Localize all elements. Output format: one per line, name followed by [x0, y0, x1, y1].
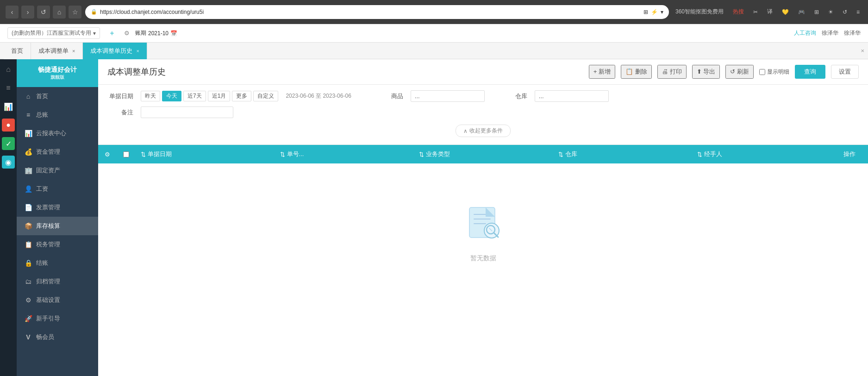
display-col-checkbox[interactable]: 显示明细 [759, 68, 789, 76]
sidebar-item-settings[interactable]: ⚙ 基础设置 [17, 291, 98, 309]
warehouse-select[interactable]: ... [535, 90, 609, 102]
grid-icon: ⊞ [812, 8, 822, 16]
sidebar-item-guide[interactable]: 🚀 新手引导 [17, 309, 98, 328]
th-date[interactable]: ⇅ 单据日期 [135, 150, 275, 158]
print-button[interactable]: 🖨 打印 [657, 65, 687, 79]
page-actions: + 新增 📋 删除 🖨 打印 ⬆ 导出 ↺ 刷新 显示明细 [589, 65, 859, 79]
sidebar-inventory-label: 库存核算 [36, 222, 60, 230]
tab-cost-adjust[interactable]: 成本调整单 × [31, 43, 83, 59]
filter-area: 单据日期 昨天 今天 近7天 近1月 更多 自定义 2023-06-06 至 2… [98, 85, 868, 145]
remark-input[interactable] [141, 107, 233, 118]
company-name: (勿删勿禁用）江西服宝测试专用 [12, 29, 91, 37]
tab-cost-adjust-history[interactable]: 成本调整单历史 × [83, 43, 147, 59]
user-menu[interactable]: 徐泽华 [822, 29, 838, 37]
empty-text: 暂无数据 [470, 254, 496, 263]
period-label: 账期 [135, 29, 146, 37]
new-button[interactable]: + 新增 [589, 65, 616, 79]
funds-icon: 💰 [24, 148, 32, 156]
search-label: 360智能抠图免费用 [673, 7, 726, 17]
th-checkbox[interactable] [117, 151, 135, 157]
sidebar-guide-label: 新手引导 [36, 314, 60, 323]
sidebar-item-payroll[interactable]: 👤 工资 [17, 180, 98, 198]
collapse-up-icon: ∧ [463, 128, 468, 134]
th-number[interactable]: ⇅ 单号... [275, 150, 414, 158]
left-icon-active[interactable]: ● [2, 119, 15, 132]
apps-icon: ⊞ [643, 9, 648, 15]
date-today[interactable]: 今天 [162, 91, 181, 101]
left-icon-blue[interactable]: ◉ [2, 156, 15, 169]
th-number-label: 单号... [287, 150, 304, 158]
filter-row-date: 单据日期 昨天 今天 近7天 近1月 更多 自定义 2023-06-06 至 2… [107, 90, 859, 102]
home-button[interactable]: ⌂ [53, 6, 66, 19]
print-label: 🖨 打印 [662, 68, 682, 76]
tab-home[interactable]: 首页 [4, 43, 31, 59]
sidebar-item-tax[interactable]: 📋 税务管理 [17, 235, 98, 254]
collapse-button[interactable]: ∧ 收起更多条件 [456, 125, 511, 137]
browser-right-tools: 360智能抠图免费用 热搜 ✂ 译 💛 🎮 ⊞ ☀ ↺ ≡ [673, 7, 862, 17]
sidebar-item-reports[interactable]: 📊 云报表中心 [17, 124, 98, 143]
back-button[interactable]: ‹ [6, 6, 19, 19]
logo-sub: 旗舰版 [50, 74, 64, 81]
setting-button[interactable]: 设置 [831, 65, 859, 79]
sidebar-item-funds[interactable]: 💰 资金管理 [17, 143, 98, 161]
th-number-sort-icon: ⇅ [280, 151, 285, 158]
sidebar-item-general-ledger[interactable]: ≡ 总账 [17, 106, 98, 124]
settings-col-icon: ⚙ [105, 151, 110, 158]
tab-cost-adjust-history-label: 成本调整单历史 [90, 47, 132, 55]
tab-cost-adjust-history-close[interactable]: × [136, 48, 139, 54]
date-yesterday[interactable]: 昨天 [141, 91, 160, 101]
tab-close-all[interactable]: × [861, 47, 868, 54]
warehouse-filter-label: 仓库 [501, 92, 527, 100]
left-icon-chart[interactable]: 📊 [2, 100, 15, 113]
query-label: 查询 [804, 68, 816, 75]
left-icon-green[interactable]: ✓ [2, 137, 15, 150]
select-all-checkbox[interactable] [123, 151, 129, 157]
forward-button[interactable]: › [21, 6, 34, 19]
setting-label: 设置 [839, 68, 851, 75]
product-select[interactable]: ... [411, 90, 485, 102]
th-action: 操作 [831, 150, 868, 158]
inventory-icon: 📦 [24, 222, 32, 230]
export-button[interactable]: ⬆ 导出 [692, 65, 720, 79]
sidebar-item-inventory[interactable]: 📦 库存核算 [17, 217, 98, 235]
display-col-label: 显示明细 [767, 68, 789, 76]
tab-cost-adjust-close[interactable]: × [72, 48, 75, 54]
invoice-icon: 📄 [24, 204, 32, 211]
table-header: ⚙ ⇅ 单据日期 ⇅ 单号... ⇅ 业务类型 ⇅ [98, 145, 868, 163]
th-biztype-label: 业务类型 [426, 150, 450, 158]
export-label: ⬆ 导出 [697, 68, 716, 76]
sidebar-item-close-period[interactable]: 🔒 结账 [17, 254, 98, 272]
sidebar-item-invoice[interactable]: 📄 发票管理 [17, 198, 98, 217]
query-button[interactable]: 查询 [795, 65, 825, 79]
company-selector[interactable]: (勿删勿禁用）江西服宝测试专用 ▾ [7, 27, 100, 39]
add-company-button[interactable]: + [106, 27, 119, 40]
left-icon-1[interactable]: ≡ [2, 81, 15, 94]
sidebar-tax-label: 税务管理 [36, 240, 60, 249]
th-biz-type[interactable]: ⇅ 业务类型 [413, 150, 553, 158]
undo-icon: ↺ [840, 8, 850, 16]
th-warehouse[interactable]: ⇅ 仓库 [553, 150, 692, 158]
sidebar-item-fixed-assets[interactable]: 🏢 固定资产 [17, 161, 98, 180]
th-date-sort-icon: ⇅ [141, 151, 146, 158]
left-icon-home[interactable]: ⌂ [2, 63, 15, 76]
sidebar-item-home[interactable]: ⌂ 首页 [17, 87, 98, 106]
guide-icon: 🚀 [24, 315, 32, 322]
date-more[interactable]: 更多 [232, 91, 251, 101]
refresh-button[interactable]: ↺ [37, 6, 50, 19]
sidebar-item-archive[interactable]: 🗂 归档管理 [17, 272, 98, 291]
star-button[interactable]: ☆ [69, 6, 81, 19]
th-operator[interactable]: ⇅ 经手人 [692, 150, 831, 158]
th-settings[interactable]: ⚙ [98, 151, 117, 158]
sidebar: 畅捷通好会计 旗舰版 ⌂ 首页 ≡ 总账 📊 云报表中心 💰 资金管理 🏢 固定… [17, 59, 98, 376]
address-bar[interactable]: 🔒 https://cloud.chanjet.com/accounting/u… [85, 5, 669, 19]
sidebar-item-member[interactable]: V 畅会员 [17, 328, 98, 346]
consult-button[interactable]: 人工咨询 [794, 29, 816, 37]
sidebar-logo: 畅捷通好会计 旗舰版 [17, 59, 98, 87]
delete-button[interactable]: 📋 删除 [621, 65, 652, 79]
date-1month[interactable]: 近1月 [208, 91, 231, 101]
display-col-input[interactable] [759, 69, 765, 75]
refresh-button[interactable]: ↺ 刷新 [725, 65, 754, 79]
date-custom[interactable]: 自定义 [253, 91, 278, 101]
date-7days[interactable]: 近7天 [183, 91, 206, 101]
hot-search-label: 热搜 [730, 7, 747, 17]
